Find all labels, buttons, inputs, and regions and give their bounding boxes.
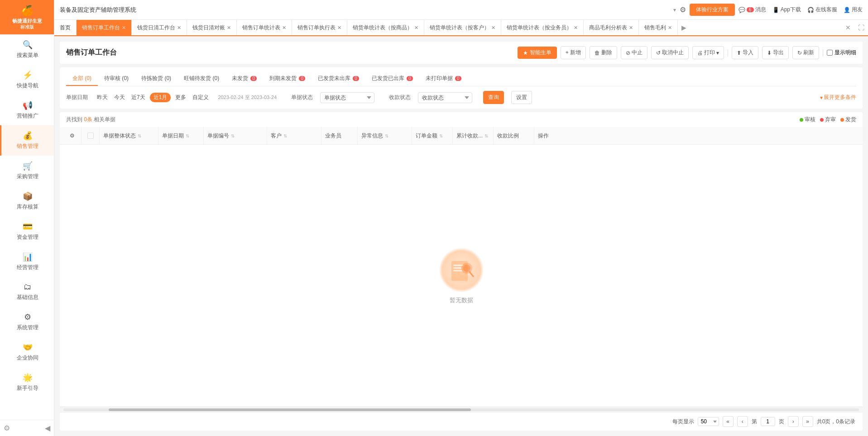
- ship-action[interactable]: 发货: [840, 116, 856, 123]
- tab-close-all-button[interactable]: ✕: [842, 20, 854, 36]
- page-input[interactable]: [761, 417, 775, 426]
- topbar-gear-icon[interactable]: ⚙: [680, 5, 686, 14]
- sidebar-item-basic-info[interactable]: 🗂 基础信息: [0, 277, 54, 307]
- sub-tab-all[interactable]: 全部 (0): [66, 72, 98, 86]
- sidebar-item-purchase[interactable]: 🛒 采购管理: [0, 156, 54, 186]
- tab-expand-button[interactable]: ⛶: [854, 20, 868, 36]
- tab-cash-daily[interactable]: 钱货日清工作台 ✕: [132, 20, 187, 36]
- tab-gross-profit[interactable]: 商品毛利分析表 ✕: [584, 20, 639, 36]
- query-button[interactable]: 查询: [483, 91, 504, 104]
- print-button[interactable]: 🖨 打印 ▾: [692, 46, 724, 59]
- sub-tab-shipped-out[interactable]: 已发货已出库 0: [365, 72, 419, 86]
- sub-tab-shipped-not-out[interactable]: 已发货未出库 0: [312, 72, 365, 86]
- th-check[interactable]: [82, 127, 100, 144]
- per-page-select[interactable]: 50 100 200: [698, 417, 719, 426]
- next-page-button[interactable]: ›: [788, 416, 799, 427]
- sub-tab-overdue-not-shipped[interactable]: 到期未发货 0: [263, 72, 312, 86]
- show-detail-checkbox[interactable]: [827, 50, 833, 56]
- sidebar-item-search[interactable]: 🔍 搜索菜单: [0, 34, 54, 65]
- sidebar-item-inventory[interactable]: 📦 库存核算: [0, 186, 54, 216]
- close-tab-sales-stats[interactable]: ✕: [282, 25, 286, 31]
- date-today[interactable]: 今天: [112, 93, 127, 102]
- close-tab-sales-summary-product[interactable]: ✕: [414, 25, 418, 31]
- smart-gen-button[interactable]: ★ 智能生单: [518, 47, 557, 59]
- industry-solution-button[interactable]: 体验行业方案: [690, 4, 735, 16]
- settings-gear-icon[interactable]: ⚙: [4, 424, 10, 432]
- stop-button[interactable]: ⊘ 中止: [621, 46, 647, 59]
- export-button[interactable]: ⬇ 导出: [762, 46, 789, 59]
- user-item[interactable]: 👤 用友: [844, 6, 863, 14]
- close-tab-sales-summary-staff[interactable]: ✕: [574, 25, 578, 31]
- sidebar-item-marketing[interactable]: 📢 营销推广: [0, 95, 54, 125]
- date-custom[interactable]: 自定义: [191, 93, 211, 102]
- close-tab-sales-exec[interactable]: ✕: [337, 25, 341, 31]
- sidebar-item-finance[interactable]: 💳 资金管理: [0, 216, 54, 246]
- sort-date-icon[interactable]: ⇅: [186, 133, 189, 138]
- tab-sales-exec[interactable]: 销售订单执行表 ✕: [292, 20, 347, 36]
- online-service-item[interactable]: 🎧 在线客服: [807, 6, 837, 14]
- add-button[interactable]: + 新增: [561, 46, 586, 59]
- first-page-button[interactable]: «: [723, 416, 734, 427]
- tab-sales-summary-product[interactable]: 销货单统计表（按商品） ✕: [347, 20, 424, 36]
- sort-customer-icon[interactable]: ⇅: [283, 133, 287, 138]
- sort-exception-icon[interactable]: ⇅: [385, 133, 388, 138]
- audit-action[interactable]: 审核: [800, 116, 815, 123]
- sub-tab-not-shipped[interactable]: 未发货 0: [225, 72, 263, 86]
- message-badge-item[interactable]: 💬 6 消息: [739, 6, 766, 14]
- date-more[interactable]: 更多: [173, 93, 188, 102]
- expand-conditions-button[interactable]: ▾ 展开更多条件: [820, 94, 856, 101]
- sort-no-icon[interactable]: ⇅: [231, 133, 235, 138]
- cancel-stop-button[interactable]: ↺ 取消中止: [651, 46, 689, 59]
- close-tab-gross-profit[interactable]: ✕: [629, 25, 633, 31]
- anti-audit-action[interactable]: 弃审: [820, 116, 836, 123]
- sub-tab-pending-review[interactable]: 待审核 (0): [98, 72, 135, 86]
- close-tab-sales-order[interactable]: ✕: [122, 25, 126, 31]
- tab-sales-summary-customer[interactable]: 销货单统计表（按客户） ✕: [424, 20, 501, 36]
- sort-status-icon[interactable]: ⇅: [138, 133, 141, 138]
- close-tab-sales-summary-customer[interactable]: ✕: [491, 25, 495, 31]
- collapse-icon[interactable]: ◀: [45, 424, 50, 432]
- sidebar-item-quick-nav[interactable]: ⚡ 快捷导航: [0, 65, 54, 95]
- delete-button[interactable]: 🗑 删除: [590, 46, 617, 59]
- dropdown-arrow-icon[interactable]: ▾: [673, 7, 676, 13]
- sidebar-item-system[interactable]: ⚙ 系统管理: [0, 307, 54, 337]
- th-settings[interactable]: ⚙: [63, 127, 82, 144]
- tab-sales-order[interactable]: 销售订单工作台 ✕: [77, 20, 132, 36]
- scrollbar-track: [63, 408, 859, 411]
- status-filter-select[interactable]: 单据状态: [320, 92, 374, 103]
- date-yesterday[interactable]: 昨天: [95, 93, 110, 102]
- refresh-button[interactable]: ↻ 刷新: [792, 46, 819, 59]
- sidebar-item-operations[interactable]: 📊 经营管理: [0, 246, 54, 277]
- import-button[interactable]: ⬆ 导入: [732, 46, 758, 59]
- app-download-item[interactable]: 📱 App下载: [772, 6, 801, 14]
- column-settings-icon[interactable]: ⚙: [70, 133, 75, 139]
- sub-tab-pending-inspect[interactable]: 待拣验货 (0): [135, 72, 177, 86]
- sort-collected-icon[interactable]: ⇅: [484, 133, 488, 138]
- prev-page-button[interactable]: ‹: [737, 416, 748, 427]
- tab-more-button[interactable]: ▶: [678, 24, 690, 31]
- date-7days[interactable]: 近7天: [129, 93, 147, 102]
- close-tab-sales-profit[interactable]: ✕: [668, 25, 672, 31]
- last-page-button[interactable]: »: [802, 416, 813, 427]
- scrollbar-thumb[interactable]: [109, 408, 471, 411]
- sub-tab-unprinted[interactable]: 未打印单据 0: [419, 72, 468, 86]
- date-1month[interactable]: 近1月: [150, 93, 171, 102]
- select-all-checkbox[interactable]: [87, 133, 94, 139]
- stop-icon: ⊘: [626, 50, 630, 56]
- sort-amount-icon[interactable]: ⇅: [439, 133, 443, 138]
- settings-button[interactable]: 设置: [511, 91, 532, 104]
- close-tab-cash-reconcile[interactable]: ✕: [227, 25, 231, 31]
- close-tab-cash-daily[interactable]: ✕: [177, 25, 181, 31]
- sub-tab-wangpu-pending[interactable]: 旺铺待发货 (0): [177, 72, 225, 86]
- tab-cash-reconcile[interactable]: 钱货日清对账 ✕: [187, 20, 237, 36]
- sidebar-item-guide[interactable]: 🌟 新手引导: [0, 367, 54, 398]
- sidebar-item-cooperation[interactable]: 🤝 企业协同: [0, 337, 54, 367]
- show-detail-checkbox-label[interactable]: 显示明细: [827, 49, 856, 57]
- sidebar-item-sales[interactable]: 💰 销售管理: [0, 125, 54, 156]
- tab-sales-summary-staff[interactable]: 销货单统计表（按业务员） ✕: [501, 20, 584, 36]
- tab-home[interactable]: 首页: [54, 20, 77, 36]
- payment-filter-select[interactable]: 收款状态: [418, 92, 472, 103]
- tab-sales-profit[interactable]: 销售毛利 ✕: [639, 20, 678, 36]
- horizontal-scrollbar[interactable]: [60, 407, 863, 412]
- tab-sales-stats[interactable]: 销售订单统计表 ✕: [237, 20, 292, 36]
